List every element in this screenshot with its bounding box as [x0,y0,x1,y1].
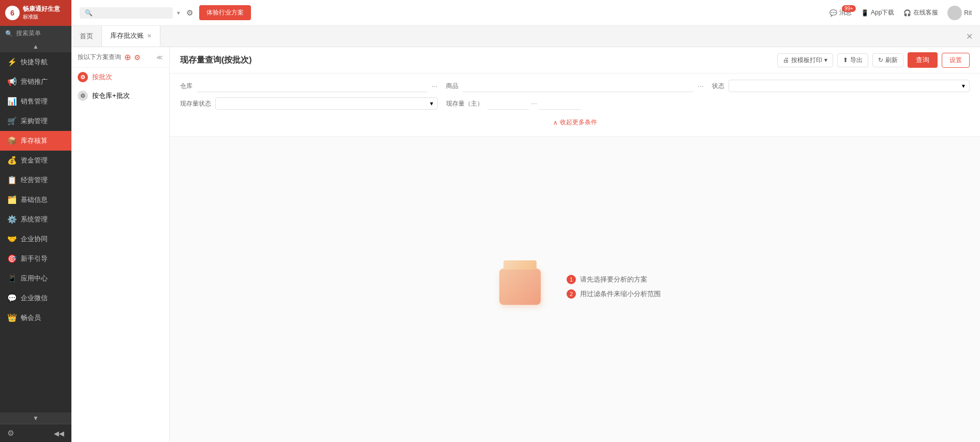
sidebar-item-sales[interactable]: 📊 销售管理 [0,92,71,111]
export-label: 导出 [850,56,863,65]
messages-btn[interactable]: 💬 消息 99+ [829,8,852,17]
tab-home[interactable]: 首页 [71,26,102,46]
collapse-more-btn[interactable]: ∧ 收起更多条件 [180,115,970,130]
status-select[interactable]: ▾ [729,80,970,92]
purchase-icon: 🛒 [7,116,17,126]
warehouse-dots[interactable]: ··· [432,82,438,90]
tip-1-text: 请先选择要分析的方案 [580,275,647,284]
tabbar: 首页 库存批次账 ✕ ✕ [71,26,980,47]
sidebar-item-operations[interactable]: 📋 经营管理 [0,170,71,190]
qty-range-max[interactable] [539,98,581,110]
sidebar-item-members[interactable]: 👑 畅会员 [0,308,71,328]
settings-footer-icon[interactable]: ⚙ [7,429,14,438]
tip-2: 2 用过滤条件来缩小分析范围 [567,289,661,299]
sales-icon: 📊 [7,97,17,106]
warehouse-filter-group: 仓库 ··· [180,80,438,92]
inventory-status-label: 现存量状态 [180,99,211,108]
topbar-gear-icon[interactable]: ⚙ [186,8,193,18]
sidebar-item-finance[interactable]: 💰 资金管理 [0,151,71,170]
warehouse-input[interactable] [197,80,427,92]
inventory-status-select[interactable]: ▾ [215,97,438,110]
sidebar-item-members-label: 畅会员 [21,313,41,322]
system-icon: ⚙️ [7,215,17,224]
sidebar-item-marketing-label: 营销推广 [21,77,48,86]
tip-2-text: 用过滤条件来缩小分析范围 [580,289,661,299]
export-btn[interactable]: ⬆ 导出 [837,53,868,67]
print-btn[interactable]: 🖨 按模板打印 ▾ [777,53,833,67]
tip-2-num: 2 [567,289,576,299]
add-plan-icon[interactable]: ⊕ [124,52,131,62]
sidebar-item-basic-label: 基础信息 [21,195,48,204]
user-profile[interactable]: Rit [947,6,972,20]
app-subtitle: 标准版 [23,13,60,21]
sidebar-search[interactable]: 🔍 搜索菜单 [0,26,71,41]
status-filter-group: 状态 ▾ [712,80,970,92]
online-support-btn[interactable]: 🎧 在线客服 [903,8,938,17]
page-actions: 🖨 按模板打印 ▾ ⬆ 导出 ↻ 刷新 查询 设置 [777,52,970,68]
collapse-chevron-icon: ∧ [553,119,558,126]
status-select-chevron: ▾ [962,82,965,90]
sidebar-item-weixin[interactable]: 💬 企业微信 [0,288,71,308]
user-name: Rit [964,9,972,17]
experience-btn[interactable]: 体验行业方案 [199,5,251,20]
plan-item-warehouse-batch[interactable]: ⚙ 按仓库+批次 [71,86,169,105]
plan-settings-icon[interactable]: ⚙ [134,53,141,62]
scroll-down-btn[interactable]: ▼ [0,412,71,424]
plan-item-batch[interactable]: ⚙ 按批次 [71,68,169,86]
sidebar-footer: ⚙ ◀◀ [0,424,71,442]
finance-icon: 💰 [7,156,17,165]
plan-icon-warehouse-batch: ⚙ [78,91,88,101]
qty-range-min[interactable] [487,98,529,110]
tab-home-label: 首页 [80,32,93,41]
warehouse-label: 仓库 [180,82,192,91]
sidebar-item-shortcuts[interactable]: ⚡ 快捷导航 [0,52,71,72]
apps-icon: 📱 [7,274,17,283]
product-dots[interactable]: ··· [697,82,704,90]
empty-box-illustration [499,269,541,305]
sidebar-item-apps[interactable]: 📱 应用中心 [0,269,71,288]
online-support-label: 在线客服 [913,8,938,17]
sidebar-item-inventory[interactable]: 📦 库存核算 [0,131,71,151]
sidebar-item-system-label: 系统管理 [21,215,48,224]
sidebar: 6 畅康通好生意 标准版 🔍 搜索菜单 ▲ ⚡ 快捷导航 📢 营销推广 📊 销售… [0,0,71,442]
support-icon: 🎧 [903,9,911,17]
enterprise-icon: 🤝 [7,234,17,244]
filter-area: 仓库 ··· 商品 ··· 状态 ▾ [170,73,980,137]
print-dropdown-icon[interactable]: ▾ [824,56,827,64]
app-logo: 6 [5,6,20,20]
qty-dash: — [531,100,537,107]
sidebar-item-sales-label: 销售管理 [21,97,48,106]
scroll-up-btn[interactable]: ▲ [0,41,71,52]
sidebar-item-guide[interactable]: 🎯 新手引导 [0,249,71,269]
topbar-search-box[interactable]: 🔍 [80,7,173,19]
tab-inventory-batch[interactable]: 库存批次账 ✕ [102,26,160,47]
tip-1: 1 请先选择要分析的方案 [567,275,661,284]
filter-row-2: 现存量状态 ▾ 现存量（主） — [180,97,970,110]
phone-icon: 📱 [861,9,869,17]
query-btn[interactable]: 查询 [908,52,938,68]
print-label: 按模板打印 [791,56,822,65]
sidebar-item-basic[interactable]: 🗂️ 基础信息 [0,190,71,210]
sidebar-item-system[interactable]: ⚙️ 系统管理 [0,210,71,229]
sidebar-item-inventory-label: 库存核算 [21,136,48,145]
sidebar-item-marketing[interactable]: 📢 营销推广 [0,72,71,92]
plan-label-batch: 按批次 [92,72,112,82]
tab-close-global[interactable]: ✕ [959,27,980,46]
settings-btn[interactable]: 设置 [942,53,970,68]
user-avatar [947,6,962,20]
sidebar-item-enterprise[interactable]: 🤝 企业协同 [0,229,71,249]
qty-range: — [487,98,581,110]
sidebar-item-purchase[interactable]: 🛒 采购管理 [0,111,71,131]
collapse-sidebar-btn[interactable]: ◀◀ [54,430,64,437]
product-input[interactable] [463,80,693,92]
app-download-btn[interactable]: 📱 App下载 [861,8,894,17]
collapse-more-label: 收起更多条件 [560,118,597,127]
search-label: 搜索菜单 [16,29,41,38]
refresh-btn[interactable]: ↻ 刷新 [872,53,903,67]
operations-icon: 📋 [7,175,17,185]
tab-inventory-batch-close[interactable]: ✕ [147,33,152,39]
right-panel: 现存量查询(按批次) 🖨 按模板打印 ▾ ⬆ 导出 ↻ 刷新 [170,47,980,442]
topbar-chevron-icon[interactable]: ▾ [177,9,180,17]
product-filter-group: 商品 ··· [446,80,704,92]
collapse-left-panel-icon[interactable]: ≪ [156,54,163,61]
